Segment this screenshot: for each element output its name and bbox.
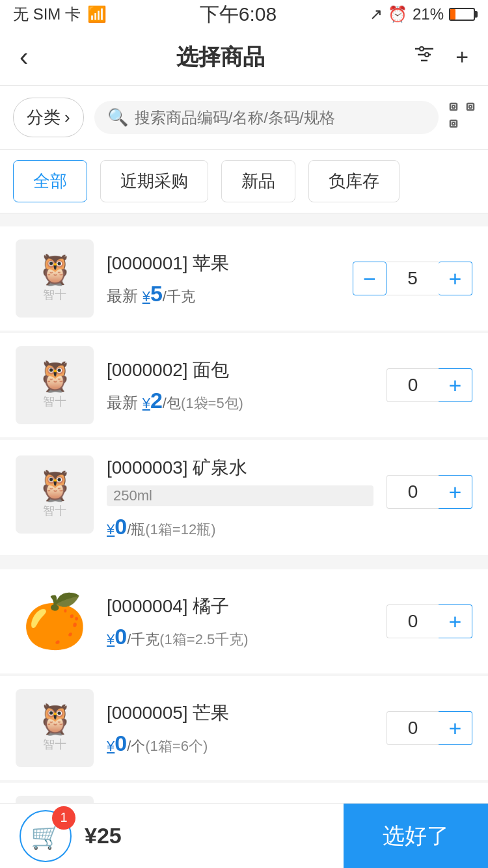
svg-point-3 (420, 47, 424, 51)
svg-rect-6 (467, 103, 474, 110)
battery-icon (449, 8, 475, 21)
cart-badge: 1 (52, 806, 75, 830)
confirm-button[interactable]: 选好了 (344, 804, 488, 869)
bottom-bar: 🛒 1 ¥25 选好了 (0, 803, 488, 868)
product-spec: 250ml (107, 485, 373, 506)
product-name: [0000004] 橘子 (107, 594, 373, 619)
quantity-input[interactable] (386, 368, 439, 402)
tab-all[interactable]: 全部 (13, 160, 87, 202)
placeholder-logo: 🦉 智十 (36, 470, 74, 519)
list-item: 🍊 [0000004] 橘子 ¥0/千克(1箱=2.5千克) + (0, 569, 488, 673)
product-image: 🦉 智十 (16, 239, 94, 318)
location-icon: ↗ (370, 5, 383, 23)
page-title: 选择商品 (176, 42, 265, 72)
product-image: 🦉 智十 (16, 455, 94, 534)
quantity-input[interactable] (386, 711, 439, 745)
toolbar: 分类 › 🔍 (0, 86, 488, 150)
search-input[interactable] (135, 109, 426, 127)
tab-recent[interactable]: 近期采购 (100, 160, 208, 202)
product-image-oranges: 🍊 (16, 582, 94, 660)
product-price: ¥0/千克(1箱=2.5千克) (107, 624, 373, 649)
tab-negative-stock[interactable]: 负库存 (308, 160, 400, 202)
product-name: [0000002] 面包 (107, 358, 373, 383)
product-name: [0000001] 苹果 (107, 251, 340, 276)
increase-button[interactable]: + (439, 604, 472, 638)
alarm-icon: ⏰ (388, 5, 407, 23)
svg-point-4 (425, 53, 429, 57)
status-time: 下午6:08 (200, 1, 277, 28)
filter-button[interactable] (413, 44, 436, 71)
status-left: 无 SIM 卡 📶 (13, 4, 107, 25)
product-image: 🦉 智十 (16, 689, 94, 767)
cart-button[interactable]: 🛒 1 (20, 810, 72, 862)
product-list: 🦉 智十 [0000001] 苹果 最新 ¥5/千克 − + 🦉 智十 [000… (0, 226, 488, 868)
product-info: [0000004] 橘子 ¥0/千克(1箱=2.5千克) (94, 594, 386, 649)
battery-percent: 21% (413, 5, 444, 23)
tab-new[interactable]: 新品 (221, 160, 295, 202)
add-button[interactable]: + (455, 44, 468, 70)
list-item: 🦉 智十 [0000002] 面包 最新 ¥2/包(1袋=5包) + (0, 333, 488, 437)
search-icon: 🔍 (107, 107, 128, 128)
svg-rect-7 (450, 120, 457, 127)
product-info: [0000005] 芒果 ¥0/个(1箱=6个) (94, 701, 386, 756)
cart-area: 🛒 1 ¥25 (0, 810, 344, 862)
quantity-input[interactable] (386, 262, 439, 295)
product-control: + (386, 604, 472, 638)
product-image: 🦉 智十 (16, 346, 94, 424)
svg-rect-5 (450, 103, 457, 110)
product-price: 最新 ¥2/包(1袋=5包) (107, 388, 373, 413)
nav-actions: + (413, 44, 468, 71)
product-price: ¥0/瓶(1箱=12瓶) (107, 514, 373, 539)
product-info: [0000003] 矿泉水 250ml ¥0/瓶(1箱=12瓶) (94, 455, 386, 539)
back-button[interactable]: ‹ (20, 42, 28, 72)
filter-tabs: 全部 近期采购 新品 负库存 (0, 150, 488, 213)
category-button[interactable]: 分类 › (13, 98, 84, 137)
product-name: [0000003] 矿泉水 (107, 455, 373, 480)
product-info: [0000002] 面包 最新 ¥2/包(1袋=5包) (94, 358, 386, 413)
wifi-icon: 📶 (87, 5, 107, 23)
list-item: 🦉 智十 [0000001] 苹果 最新 ¥5/千克 − + (0, 226, 488, 331)
price-prefix: 最新 (107, 287, 142, 305)
scan-button[interactable] (449, 102, 475, 133)
increase-button[interactable]: + (439, 711, 472, 745)
product-name: [0000005] 芒果 (107, 701, 373, 726)
increase-button[interactable]: + (439, 262, 472, 295)
product-info: [0000001] 苹果 最新 ¥5/千克 (94, 251, 353, 306)
price-prefix: 最新 (107, 394, 142, 411)
product-price: 最新 ¥5/千克 (107, 281, 340, 306)
category-chevron: › (64, 107, 70, 128)
nav-bar: ‹ 选择商品 + (0, 29, 488, 86)
product-price: ¥0/个(1箱=6个) (107, 731, 373, 756)
placeholder-logo: 🦉 智十 (36, 361, 74, 409)
product-control: + (386, 475, 472, 509)
list-item: 🦉 智十 [0000003] 矿泉水 250ml ¥0/瓶(1箱=12瓶) + (0, 440, 488, 555)
quantity-input[interactable] (386, 475, 439, 509)
status-bar: 无 SIM 卡 📶 下午6:08 ↗ ⏰ 21% (0, 0, 488, 29)
increase-button[interactable]: + (439, 368, 472, 402)
list-item: 🦉 智十 [0000005] 芒果 ¥0/个(1箱=6个) + (0, 676, 488, 780)
carrier-label: 无 SIM 卡 (13, 4, 81, 25)
quantity-input[interactable] (386, 604, 439, 638)
status-right: ↗ ⏰ 21% (370, 5, 475, 23)
category-label: 分类 (27, 106, 61, 129)
product-control: + (386, 368, 472, 402)
search-bar: 🔍 (94, 101, 439, 134)
cart-total: ¥25 (85, 823, 122, 848)
product-control: + (386, 711, 472, 745)
product-control: − + (353, 262, 472, 295)
decrease-button[interactable]: − (353, 262, 386, 295)
increase-button[interactable]: + (439, 475, 472, 509)
placeholder-logo: 🦉 智十 (36, 254, 74, 303)
placeholder-logo: 🦉 智十 (36, 704, 74, 752)
